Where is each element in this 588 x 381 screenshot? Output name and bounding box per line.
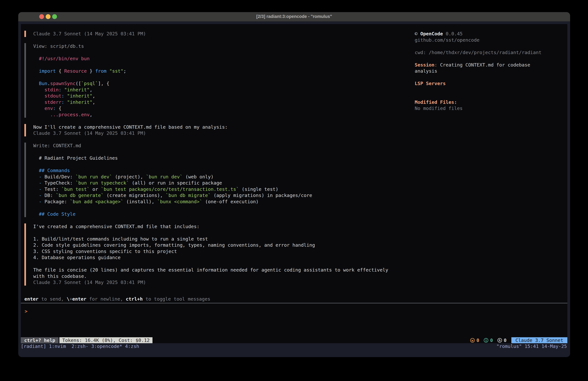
chat-line: The file is concise (20 lines) and captu…: [33, 267, 412, 273]
chat-line: Claude 3.7 Sonnet (14 May 2025 03:41 PM): [33, 130, 412, 136]
text-segment: (web only): [183, 174, 213, 179]
sidebar-line: [415, 56, 566, 62]
text-segment: `bunx <command>`: [157, 199, 202, 204]
text-segment: [64, 99, 67, 105]
text-segment: github.com/sst/opencode: [415, 37, 480, 43]
chat-line: View: script/db.ts: [33, 43, 412, 49]
chat-line: import { Resource } from "sst";: [33, 68, 412, 74]
text-segment: -: [33, 193, 44, 198]
chat-line: - DB: `bun db generate` (create migratio…: [33, 192, 412, 199]
chat-line: 1. Build/lint/test commands including ho…: [33, 236, 412, 242]
text-segment: Claude 3.7 Sonnet (14 May 2025 03:41 PM): [33, 31, 146, 37]
text-segment: to toggle tool messages: [143, 296, 210, 302]
text-segment: Resource: [64, 68, 87, 74]
warning-count-value: 0: [477, 337, 479, 343]
text-segment: cwd: /home/thdxr/dev/projects/radiant/ra…: [415, 50, 542, 55]
window-titlebar: [2/3] radiant:3:opencode - "romulus": [18, 12, 570, 22]
text-segment: `bun run dev`: [76, 174, 112, 179]
text-segment: (apply migrations) in packages/core: [211, 193, 312, 198]
prompt-input[interactable]: >: [25, 308, 564, 314]
tool-call-block: View: script/db.ts #!/usr/bin/env bun im…: [24, 43, 412, 118]
chat-line: ## Commands: [33, 167, 412, 174]
chat-line: Bun.spawnSync([`psql`], {: [33, 80, 412, 87]
text-segment: `bun add <package>`: [70, 199, 124, 204]
window-title: [2/3] radiant:3:opencode - "romulus": [18, 12, 570, 21]
sidebar-line: analysis: [415, 68, 566, 74]
chat-line: [33, 261, 412, 267]
assistant-message-block: Claude 3.7 Sonnet (14 May 2025 03:41 PM): [24, 31, 412, 37]
text-segment: ## Commands: [33, 168, 70, 173]
text-segment: Modified Files:: [415, 99, 457, 105]
text-segment: import: [33, 68, 56, 74]
info-count-icon: i: [484, 338, 488, 343]
chat-line: [33, 161, 412, 168]
text-segment: :: [62, 93, 64, 99]
text-segment: ...process.env: [50, 112, 89, 117]
sidebar-line: [415, 93, 566, 99]
text-segment: -: [33, 174, 44, 179]
text-segment: Now I'll create a comprehensive CONTEXT.…: [33, 124, 228, 130]
tmux-host-clock: "romulus" 15:41 14-May-25: [497, 343, 570, 349]
model-badge: Claude 3.7 Sonnet: [511, 337, 567, 343]
chat-line: [33, 49, 412, 56]
chat-line: - Build/Dev: `bun run dev` (project), `b…: [33, 174, 412, 180]
text-segment: 4. Database operations guidance: [33, 255, 121, 260]
sidebar-line: [415, 87, 566, 93]
text-segment: TypeCheck:: [44, 180, 76, 186]
assistant-message-block: I've created a comprehensive CONTEXT.md …: [24, 224, 412, 286]
text-segment: (all) or run in specific package: [129, 180, 222, 186]
minimize-button[interactable]: [46, 14, 50, 19]
text-segment: 1. Build/lint/test commands including ho…: [33, 236, 208, 242]
chat-line: stdin: "inherit",: [33, 87, 412, 93]
text-segment: Build/Dev:: [44, 174, 76, 179]
text-segment: (one-off execution): [202, 199, 259, 204]
zoom-button[interactable]: [52, 14, 57, 19]
chat-line: Write: CONTEXT.md: [33, 143, 412, 149]
close-button[interactable]: [39, 14, 44, 19]
text-segment: `bun db migrate`: [166, 193, 211, 198]
warning-count-icon: w: [470, 338, 475, 343]
chat-line: [33, 205, 412, 211]
chat-log: Claude 3.7 Sonnet (14 May 2025 03:41 PM)…: [24, 31, 412, 292]
text-segment: {: [56, 68, 64, 74]
text-segment: stdout: [33, 93, 62, 99]
text-segment: DB:: [44, 193, 56, 198]
status-bar-spacer: [152, 337, 468, 343]
input-separator: [21, 303, 567, 303]
text-segment: ©: [415, 31, 420, 37]
text-segment: 0.0.45: [443, 31, 463, 37]
text-segment: `bun run typecheck`: [76, 180, 129, 186]
chat-line: [33, 230, 412, 236]
text-segment: enter: [24, 296, 38, 302]
text-segment: Bun: [33, 81, 47, 86]
prompt-chevron-icon: >: [25, 309, 27, 314]
text-segment: (single test): [239, 186, 278, 192]
text-segment: 3. CSS styling conventions specific to t…: [33, 249, 177, 254]
opencode-app: Claude 3.7 Sonnet (14 May 2025 03:41 PM)…: [21, 24, 567, 343]
sidebar-line: github.com/sst/opencode: [415, 37, 566, 43]
text-segment: Creating CONTEXT.md for codebase: [440, 62, 530, 68]
chat-line: #!/usr/bin/env bun: [33, 56, 412, 62]
text-segment: :: [53, 106, 56, 111]
text-segment: (project),: [112, 174, 146, 179]
info-count-value: 0: [490, 337, 493, 343]
text-segment: [106, 68, 109, 74]
text-segment: +: [69, 296, 72, 302]
text-segment: \: [67, 296, 69, 302]
text-segment: -: [33, 199, 44, 204]
text-segment: "inherit": [67, 99, 92, 105]
warning-count: w 0: [470, 337, 479, 343]
desktop: { "window": { "title": "[2/3] radiant:3:…: [0, 0, 588, 381]
text-segment: or: [89, 186, 101, 192]
sidebar-line: Modified Files:: [415, 99, 566, 105]
text-segment: `bun run dev`: [146, 174, 183, 179]
text-segment: View: script/db.ts: [33, 44, 84, 49]
chat-line: [33, 74, 412, 81]
text-segment: env: [33, 106, 53, 111]
chat-line: - TypeCheck: `bun run typecheck` (all) o…: [33, 180, 412, 186]
chat-line: with this codebase.: [33, 273, 412, 279]
tool-call-block: Write: CONTEXT.md # Radiant Project Guid…: [24, 143, 412, 217]
chat-line: Claude 3.7 Sonnet (14 May 2025 03:41 PM): [33, 31, 412, 37]
text-segment: -: [33, 186, 44, 192]
chat-line: I've created a comprehensive CONTEXT.md …: [33, 224, 412, 230]
